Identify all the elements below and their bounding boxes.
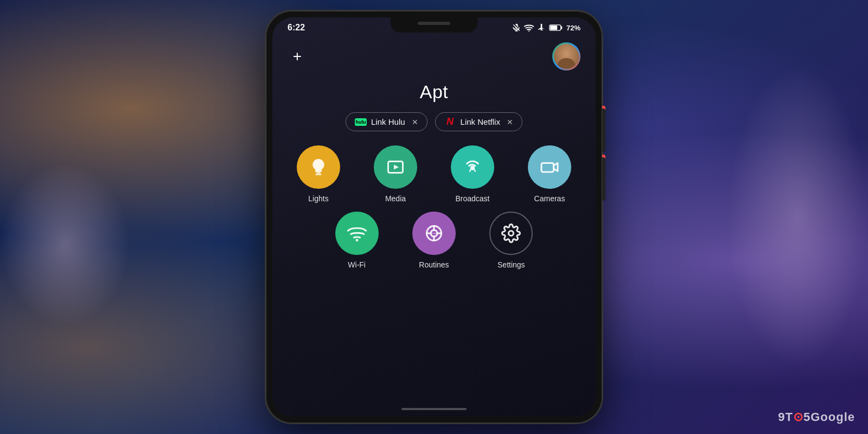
- wifi-item[interactable]: Wi-Fi: [320, 212, 394, 269]
- media-item[interactable]: Media: [358, 145, 433, 203]
- lights-label: Lights: [308, 194, 328, 203]
- broadcast-label: Broadcast: [455, 194, 489, 203]
- svg-rect-5: [550, 25, 557, 30]
- avatar-inner: [554, 44, 579, 69]
- media-label: Media: [385, 194, 406, 203]
- app-title: Apt: [420, 81, 449, 103]
- phone-screen: 6:22: [272, 17, 596, 417]
- icon-grid-row2: Wi-Fi: [320, 212, 549, 269]
- camera-icon: [540, 157, 559, 177]
- battery-icon: [549, 24, 563, 31]
- status-time: 6:22: [288, 23, 305, 33]
- media-circle: [374, 145, 417, 189]
- svg-marker-8: [394, 165, 399, 170]
- lights-circle: [297, 145, 340, 189]
- routines-item[interactable]: Routines: [397, 212, 471, 269]
- settings-item[interactable]: Settings: [474, 212, 548, 269]
- broadcast-icon: [462, 157, 483, 177]
- svg-rect-6: [561, 26, 563, 29]
- cameras-item[interactable]: Cameras: [512, 145, 587, 203]
- routines-label: Routines: [419, 260, 449, 269]
- screen-content: 6:22: [272, 17, 596, 417]
- avatar-face: [554, 44, 579, 69]
- routines-circle: [412, 212, 456, 255]
- settings-circle: [489, 212, 533, 255]
- cameras-circle: [528, 145, 571, 189]
- airplane-icon: [537, 23, 546, 32]
- status-icons: 72%: [512, 23, 580, 32]
- wifi-large-icon: [347, 223, 367, 244]
- chip-netflix-label: Link Netflix: [461, 117, 500, 126]
- icon-grid-row2-wrapper: Wi-Fi: [272, 212, 596, 269]
- wifi-label: Wi-Fi: [348, 260, 366, 269]
- netflix-logo: N: [444, 118, 456, 126]
- home-indicator: [401, 408, 467, 410]
- routines-icon: [424, 224, 444, 243]
- avatar[interactable]: [552, 42, 580, 71]
- phone-notch: [391, 17, 477, 33]
- battery-percent: 72%: [566, 24, 580, 32]
- lightbulb-icon: [309, 157, 328, 177]
- watermark-accent: ⊙: [793, 410, 803, 424]
- add-button[interactable]: +: [288, 47, 307, 66]
- link-chips-container: hulu Link Hulu ✕ N Link Netflix ✕: [335, 112, 533, 131]
- cameras-label: Cameras: [534, 194, 565, 203]
- settings-icon: [501, 224, 521, 243]
- speaker: [418, 22, 450, 25]
- svg-rect-12: [541, 163, 554, 173]
- phone-device: 6:22: [266, 11, 602, 423]
- wifi-icon: [524, 24, 534, 31]
- chip-netflix[interactable]: N Link Netflix ✕: [435, 112, 522, 131]
- hulu-logo: hulu: [355, 118, 367, 126]
- settings-label: Settings: [497, 260, 525, 269]
- chip-hulu[interactable]: hulu Link Hulu ✕: [346, 112, 427, 131]
- top-bar: +: [272, 37, 596, 76]
- watermark: 9T⊙5Google: [778, 410, 855, 424]
- chip-hulu-label: Link Hulu: [371, 117, 405, 126]
- icon-grid-row1: Lights Media: [272, 145, 596, 203]
- broadcast-item[interactable]: Broadcast: [435, 145, 510, 203]
- lights-item[interactable]: Lights: [281, 145, 356, 203]
- broadcast-circle: [451, 145, 494, 189]
- svg-point-21: [509, 231, 514, 236]
- svg-point-13: [355, 239, 358, 241]
- mute-icon: [512, 23, 521, 32]
- media-icon: [386, 157, 405, 177]
- svg-point-3: [528, 30, 529, 31]
- chip-netflix-close[interactable]: ✕: [507, 118, 513, 126]
- wifi-circle: [335, 212, 379, 255]
- chip-hulu-close[interactable]: ✕: [412, 118, 418, 126]
